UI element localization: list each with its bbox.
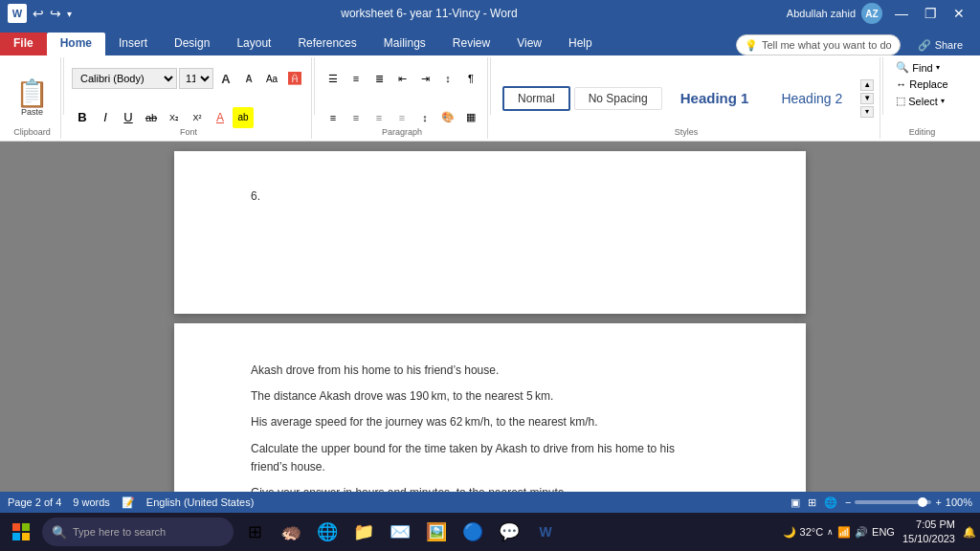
- tab-file[interactable]: File: [0, 33, 47, 55]
- superscript-btn[interactable]: X²: [187, 107, 208, 128]
- increase-indent-btn[interactable]: ⇥: [414, 68, 435, 89]
- style-heading1-btn[interactable]: Heading 1: [666, 85, 764, 111]
- page2-line5-text: friend’s house.: [251, 460, 325, 474]
- expand-styles-btn[interactable]: ▾: [860, 106, 874, 118]
- strikethrough-btn[interactable]: ab: [141, 107, 162, 128]
- replace-btn[interactable]: ↔ Replace: [891, 77, 952, 92]
- user-name: Abdullah zahid: [787, 8, 856, 19]
- select-btn[interactable]: ⬚ Select ▾: [891, 93, 952, 109]
- minimize-btn[interactable]: —: [888, 0, 915, 27]
- decrease-indent-btn[interactable]: ⇤: [391, 68, 412, 89]
- align-right-btn[interactable]: ≡: [368, 107, 390, 128]
- justify-btn[interactable]: ≡: [391, 107, 412, 128]
- tab-design[interactable]: Design: [161, 33, 223, 55]
- proofing-icon: 📝: [122, 496, 135, 509]
- svg-rect-0: [12, 523, 20, 531]
- notification-btn[interactable]: 🔔: [963, 526, 976, 539]
- tab-insert[interactable]: Insert: [105, 33, 161, 55]
- underline-btn[interactable]: U: [118, 107, 139, 128]
- scroll-down-btn[interactable]: ▼: [860, 93, 874, 104]
- chevron-icon[interactable]: ∧: [827, 527, 834, 537]
- maximize-btn[interactable]: ❐: [917, 0, 944, 27]
- align-left-btn[interactable]: ≡: [323, 107, 344, 128]
- styles-scrollbar[interactable]: ▲ ▼ ▾: [860, 77, 874, 120]
- tab-help[interactable]: Help: [555, 33, 606, 55]
- increase-font-btn[interactable]: A: [215, 68, 236, 89]
- borders-btn[interactable]: ▦: [460, 107, 481, 128]
- tab-references[interactable]: References: [284, 33, 369, 55]
- shading-btn[interactable]: 🎨: [437, 107, 458, 128]
- style-normal-btn[interactable]: Normal: [502, 86, 570, 111]
- view-normal-icon[interactable]: ▣: [791, 496, 800, 509]
- tab-review[interactable]: Review: [439, 33, 503, 55]
- undo-btn[interactable]: ↩: [33, 6, 44, 21]
- tab-mailings[interactable]: Mailings: [370, 33, 439, 55]
- bold-btn[interactable]: B: [72, 107, 93, 128]
- numbering-btn[interactable]: ≡: [345, 68, 367, 89]
- font-color-btn[interactable]: A: [210, 107, 231, 128]
- paragraph-group: ☰ ≡ ≣ ⇤ ⇥ ↕ ¶ ≡ ≡ ≡ ≡ ↕ 🎨 ▦ Paragraph: [317, 57, 488, 139]
- explorer-icon[interactable]: 📁: [346, 515, 381, 549]
- taskview-btn[interactable]: ⊞: [237, 515, 272, 549]
- zoom-level: 100%: [946, 496, 972, 508]
- sort-btn[interactable]: ↕: [437, 68, 458, 89]
- find-dropdown-icon: ▾: [936, 63, 940, 72]
- paste-label: Paste: [21, 107, 43, 117]
- group-separator-2: [314, 57, 315, 115]
- photos-icon[interactable]: 🖼️: [419, 515, 454, 549]
- whatsapp-icon[interactable]: 💬: [492, 515, 526, 549]
- multilevel-btn[interactable]: ≣: [368, 68, 390, 89]
- hedgehog-icon[interactable]: 🦔: [274, 515, 308, 549]
- search-icon: 🔍: [52, 525, 67, 540]
- zoom-area: − + 100%: [845, 496, 972, 508]
- share-button[interactable]: 🔗 Share: [908, 35, 972, 55]
- show-marks-btn[interactable]: ¶: [460, 68, 481, 89]
- style-heading2-btn[interactable]: Heading 2: [767, 86, 857, 111]
- tell-me-text: Tell me what you want to do: [762, 39, 892, 51]
- zoom-out-btn[interactable]: −: [845, 496, 851, 508]
- zoom-in-btn[interactable]: +: [935, 496, 941, 508]
- decrease-font-btn[interactable]: A: [238, 68, 259, 89]
- align-center-btn[interactable]: ≡: [345, 107, 367, 128]
- group-separator-4: [882, 57, 883, 115]
- network-icon: 📶: [837, 526, 851, 539]
- edge-icon[interactable]: 🌐: [310, 515, 345, 549]
- line-spacing-btn[interactable]: ↕: [414, 107, 435, 128]
- view-web-icon[interactable]: 🌐: [824, 496, 837, 509]
- close-btn[interactable]: ✕: [946, 0, 972, 27]
- zoom-slider[interactable]: [855, 500, 931, 504]
- italic-btn[interactable]: I: [95, 107, 116, 128]
- find-btn[interactable]: 🔍 Find ▾: [891, 59, 952, 76]
- taskbar-left: 🔍 Type here to search ⊞ 🦔 🌐 📁 ✉️ 🖼️ 🔵 💬 …: [4, 515, 563, 549]
- bullets-btn[interactable]: ☰: [323, 68, 344, 89]
- windows-icon: [12, 523, 30, 540]
- view-layout-icon[interactable]: ⊞: [808, 496, 816, 509]
- page2-content: Akash drove from his home to his friend’…: [251, 362, 729, 492]
- word-taskbar-icon[interactable]: W: [528, 515, 563, 549]
- share-label: Share: [935, 39, 963, 51]
- mail-icon[interactable]: ✉️: [383, 515, 417, 549]
- paste-icon: 📋: [15, 80, 49, 107]
- chrome-icon[interactable]: 🔵: [456, 515, 490, 549]
- change-case-btn[interactable]: Aa: [261, 68, 282, 89]
- taskbar-search[interactable]: 🔍 Type here to search: [42, 518, 234, 546]
- tab-view[interactable]: View: [503, 33, 555, 55]
- font-size-select[interactable]: 11: [179, 68, 213, 89]
- tab-home[interactable]: Home: [47, 33, 105, 55]
- subscript-btn[interactable]: X₂: [164, 107, 185, 128]
- paste-button[interactable]: 📋 Paste: [10, 78, 55, 119]
- highlight-btn[interactable]: ab: [233, 107, 254, 128]
- volume-icon: 🔊: [855, 526, 868, 539]
- font-family-select[interactable]: Calibri (Body): [72, 68, 177, 89]
- start-button[interactable]: [4, 515, 38, 549]
- redo-btn[interactable]: ↪: [50, 6, 61, 21]
- page-info: Page 2 of 4: [8, 496, 61, 508]
- scroll-up-btn[interactable]: ▲: [860, 79, 874, 91]
- tell-me-input[interactable]: 💡 Tell me what you want to do: [736, 34, 901, 55]
- lightbulb-icon: 💡: [745, 39, 758, 52]
- style-no-spacing-btn[interactable]: No Spacing: [574, 87, 662, 110]
- date-display: 15/10/2023: [902, 532, 955, 546]
- tab-layout[interactable]: Layout: [223, 33, 284, 55]
- clear-format-btn[interactable]: 🅰: [284, 68, 305, 89]
- taskbar-pinned-icons: ⊞ 🦔 🌐 📁 ✉️ 🖼️ 🔵 💬 W: [237, 515, 563, 549]
